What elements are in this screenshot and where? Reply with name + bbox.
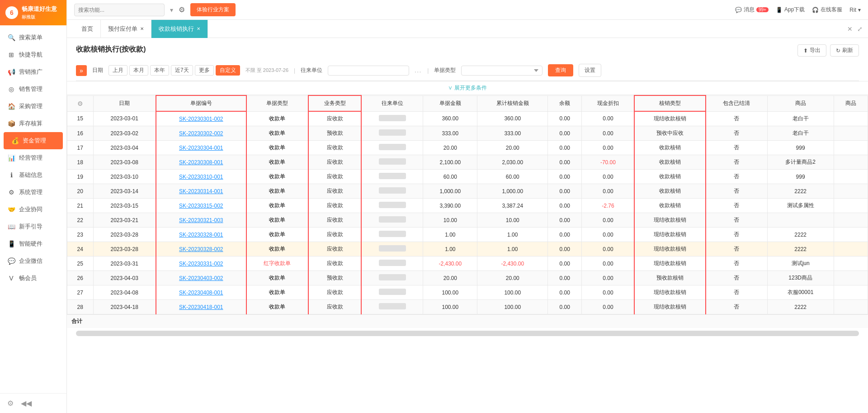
voucher-type-select[interactable] — [461, 66, 542, 76]
tab-receipt-close-icon[interactable]: ✕ — [197, 26, 200, 31]
table-row: 27 2023-04-08 SK-20230408-001 收款单 应收款 10… — [67, 285, 868, 300]
close-window-icon[interactable]: ✕ — [847, 25, 853, 33]
online-service-label: 在线客服 — [821, 6, 842, 14]
cell-cash-discount: 0.00 — [582, 111, 634, 126]
collapse-filter-btn[interactable]: » — [76, 65, 87, 76]
doc-no-link[interactable]: SK-20230301-002 — [179, 116, 223, 122]
industry-solution-button[interactable]: 体验行业方案 — [190, 3, 236, 16]
column-settings-icon[interactable]: ⚙ — [77, 100, 83, 107]
sidebar-item-search-label: 搜索菜单 — [19, 33, 42, 42]
chevron-left-icon: » — [80, 67, 83, 74]
last-7days-btn[interactable]: 近7天 — [171, 65, 193, 76]
sidebar-item-guide-label: 新手引导 — [19, 223, 42, 231]
doc-no-link[interactable]: SK-20230328-001 — [179, 232, 223, 238]
settings-bottom-icon[interactable]: ⚙ — [7, 399, 14, 408]
this-month-btn[interactable]: 本月 — [129, 65, 148, 76]
messages-item[interactable]: 💬 消息 99+ — [735, 6, 769, 14]
th-settings[interactable]: ⚙ — [67, 95, 94, 111]
query-button[interactable]: 查询 — [548, 64, 573, 76]
sidebar-item-hardware[interactable]: 📱 智能硬件 — [0, 235, 66, 252]
doc-no-link[interactable]: SK-20230308-001 — [179, 159, 223, 166]
sidebar-item-sales[interactable]: ◎ 销售管理 — [0, 81, 66, 98]
cell-balance: 0.00 — [548, 213, 582, 228]
cell-date: 2023-04-08 — [93, 285, 156, 300]
counterparty-input[interactable] — [328, 66, 409, 76]
collapse-icon[interactable]: ◀◀ — [21, 399, 32, 408]
tab-prepay-close-icon[interactable]: ✕ — [140, 26, 144, 31]
sidebar-item-guide[interactable]: 📖 新手引导 — [0, 218, 66, 235]
cell-product2 — [834, 285, 868, 300]
topbar-gear-icon[interactable]: ⚙ — [179, 5, 185, 14]
doc-no-link[interactable]: SK-20230314-001 — [179, 188, 223, 195]
cell-write-off: 333.00 — [477, 126, 548, 141]
doc-no-link[interactable]: SK-20230304-001 — [179, 145, 223, 151]
cell-biz-type: 应收款 — [308, 155, 361, 170]
cell-amount: 360.00 — [423, 111, 477, 126]
sidebar-item-inventory-label: 库存核算 — [19, 119, 42, 128]
counterparty-value — [379, 260, 406, 266]
user-item[interactable]: Rit ▾ — [849, 7, 861, 13]
sidebar-item-operations[interactable]: 📊 经营管理 — [0, 149, 66, 166]
custom-date-btn[interactable]: 自定义 — [216, 65, 240, 76]
doc-no-link[interactable]: SK-20230418-001 — [179, 304, 223, 310]
search-input[interactable] — [74, 4, 165, 16]
sidebar-item-quick-nav[interactable]: ⊞ 快捷导航 — [0, 46, 66, 63]
cell-amount: 1.00 — [423, 242, 477, 256]
sidebar-item-wechat[interactable]: 💬 企业微信 — [0, 252, 66, 270]
doc-no-link[interactable]: SK-20230408-001 — [179, 290, 223, 296]
inventory-icon: 📦 — [7, 119, 15, 128]
cell-amount: 20.00 — [423, 271, 477, 285]
purchase-icon: 🏠 — [7, 102, 15, 110]
sidebar-item-marketing[interactable]: 📢 营销推广 — [0, 63, 66, 81]
cell-counterparty — [361, 111, 423, 126]
sidebar-item-basic-label: 基础信息 — [19, 171, 42, 179]
sidebar-item-inventory[interactable]: 📦 库存核算 — [0, 115, 66, 132]
table-wrapper: ⚙ 日期 单据编号 单据类型 业务类型 往来单位 单据金额 累计核销金额 余额 … — [67, 95, 868, 413]
sidebar-item-search[interactable]: 🔍 搜索菜单 — [0, 29, 66, 46]
sidebar-item-basic[interactable]: ℹ 基础信息 — [0, 166, 66, 184]
dropdown-icon[interactable]: ▾ — [170, 6, 173, 14]
online-service-item[interactable]: 🎧 在线客服 — [812, 6, 842, 14]
horizontal-scrollbar[interactable] — [76, 331, 859, 336]
tab-prepay[interactable]: 预付应付单 ✕ — [101, 20, 151, 38]
system-icon: ⚙ — [7, 188, 15, 196]
sidebar-item-member[interactable]: V 畅会员 — [0, 270, 66, 287]
cell-doc-type: 收款单 — [246, 228, 308, 242]
sidebar-item-purchase[interactable]: 🏠 采购管理 — [0, 98, 66, 115]
maximize-icon[interactable]: ⤢ — [857, 25, 863, 33]
sidebar-item-system[interactable]: ⚙ 系统管理 — [0, 184, 66, 201]
cell-num: 27 — [67, 285, 94, 300]
cell-product2 — [834, 184, 868, 199]
more-btn[interactable]: 更多 — [195, 65, 214, 76]
doc-no-link[interactable]: SK-20230331-002 — [179, 261, 223, 267]
cell-counterparty — [361, 300, 423, 314]
cell-product1: 老白干 — [767, 126, 834, 141]
sidebar-item-enterprise[interactable]: 🤝 企业协同 — [0, 201, 66, 218]
cell-balance: 0.00 — [548, 141, 582, 155]
export-button[interactable]: ⬆ 导出 — [797, 44, 826, 57]
settings-button[interactable]: 设置 — [579, 64, 601, 77]
th-balance: 余额 — [548, 95, 582, 111]
cell-cash-discount: 0.00 — [582, 213, 634, 228]
date-range-display: 不限 至 2023-07-26 — [245, 67, 288, 74]
doc-no-link[interactable]: SK-20230328-002 — [179, 246, 223, 252]
expand-more-bar[interactable]: ∨ 展开更多条件 — [67, 81, 868, 95]
doc-no-link[interactable]: SK-20230321-003 — [179, 217, 223, 223]
doc-no-link[interactable]: SK-20230315-002 — [179, 203, 223, 209]
tab-receipt[interactable]: 收款核销执行 ✕ — [151, 20, 208, 38]
doc-no-link[interactable]: SK-20230302-002 — [179, 130, 223, 137]
sidebar-item-finance[interactable]: 💰 资金管理 — [4, 132, 63, 149]
cell-date: 2023-03-10 — [93, 170, 156, 184]
cell-counterparty — [361, 271, 423, 285]
app-download-item[interactable]: 📱 App下载 — [776, 6, 805, 14]
counterparty-value — [379, 289, 406, 295]
tab-home[interactable]: 首页 — [74, 20, 101, 38]
table-row: 16 2023-03-02 SK-20230302-002 收款单 预收款 33… — [67, 126, 868, 141]
hardware-icon: 📱 — [7, 240, 15, 248]
refresh-button[interactable]: ↻ 刷新 — [830, 44, 859, 57]
last-month-btn[interactable]: 上月 — [108, 65, 127, 76]
cell-doc-no: SK-20230418-001 — [156, 300, 246, 314]
doc-no-link[interactable]: SK-20230310-001 — [179, 174, 223, 180]
doc-no-link[interactable]: SK-20230403-002 — [179, 275, 223, 281]
this-year-btn[interactable]: 本年 — [150, 65, 169, 76]
